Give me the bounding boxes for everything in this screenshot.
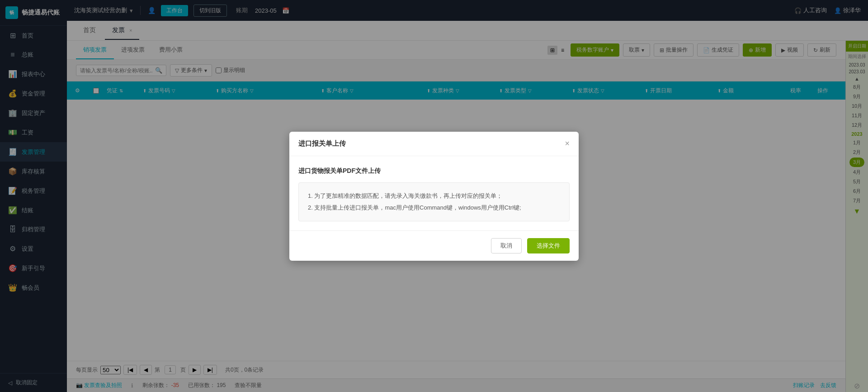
dialog-body: 进口货物报关单PDF文件上传 1. 为了更加精准的数据匹配，请先录入海关缴款书，…: [289, 156, 579, 230]
dialog-info-item-2: 2. 支持批量上传进口报关单，mac用户使用Command键，windows用户…: [308, 202, 560, 214]
dialog-header: 进口报关单上传 ×: [289, 132, 579, 156]
dialog: 进口报关单上传 × 进口货物报关单PDF文件上传 1. 为了更加精准的数据匹配，…: [289, 132, 579, 261]
dialog-close-button[interactable]: ×: [565, 139, 570, 148]
dialog-info-item-1: 1. 为了更加精准的数据匹配，请先录入海关缴款书，再上传对应的报关单；: [308, 190, 560, 202]
dialog-footer: 取消 选择文件: [289, 230, 579, 261]
dialog-confirm-button[interactable]: 选择文件: [527, 238, 570, 253]
dialog-title: 进口报关单上传: [298, 139, 346, 148]
modal-overlay[interactable]: 进口报关单上传 × 进口货物报关单PDF文件上传 1. 为了更加精准的数据匹配，…: [0, 0, 868, 392]
dialog-info-box: 1. 为了更加精准的数据匹配，请先录入海关缴款书，再上传对应的报关单； 2. 支…: [298, 182, 570, 221]
dialog-subtitle: 进口货物报关单PDF文件上传: [298, 167, 570, 175]
dialog-cancel-button[interactable]: 取消: [491, 238, 522, 253]
